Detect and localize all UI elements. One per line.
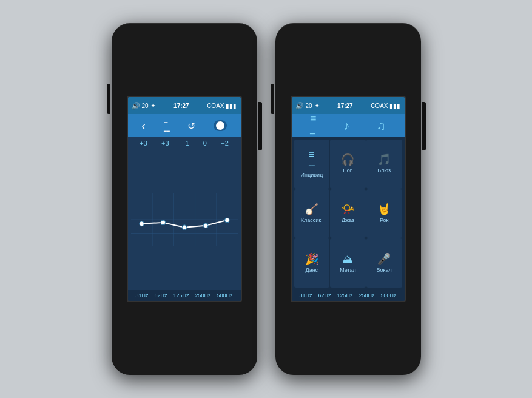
bluetooth-icon-2: ✦ <box>314 102 320 110</box>
back-button-1[interactable]: ‹ <box>141 119 146 133</box>
eq-val-2: +3 <box>161 140 169 147</box>
eq-val-3: -1 <box>183 140 189 147</box>
vocal-icon: 🎤 <box>377 254 391 265</box>
time-2: 17:27 <box>337 103 353 109</box>
svg-point-9 <box>182 225 187 230</box>
menu-item-blues[interactable]: 🎵 Блюз <box>366 140 402 189</box>
eq-val-1: +3 <box>140 140 147 147</box>
svg-point-10 <box>203 223 208 228</box>
jazz-icon: 📯 <box>341 204 354 215</box>
blues-icon: 🎵 <box>377 154 391 165</box>
bluetooth-icon-1: ✦ <box>150 102 156 110</box>
menu-item-vocal[interactable]: 🎤 Вокал <box>366 238 402 288</box>
dance-icon: 🎉 <box>305 254 318 265</box>
status-right-2: COAX ▮▮▮ <box>371 103 400 109</box>
freq2-3: 125Hz <box>337 292 352 298</box>
freq2-4: 250Hz <box>359 292 374 298</box>
status-right-1: COAX ▮▮▮ <box>207 103 237 109</box>
metal-icon: ⛰ <box>342 254 353 265</box>
svg-point-11 <box>224 218 229 223</box>
rock-icon: 🤘 <box>377 204 391 215</box>
eq-graph <box>128 149 241 290</box>
eq-values-row: +3 +3 -1 0 +2 <box>128 137 241 149</box>
menu-header-icon-1[interactable]: ≡━━ <box>310 113 317 138</box>
battery-2: ▮▮▮ <box>389 103 400 109</box>
volume-icon-2: 🔊 <box>295 102 304 110</box>
freq-2: 62Hz <box>154 292 167 298</box>
eq-svg <box>131 152 238 287</box>
time-1: 17:27 <box>173 103 189 109</box>
individual-icon: ≡━━ <box>309 150 315 169</box>
freq-5: 500Hz <box>217 292 232 298</box>
menu-item-dance[interactable]: 🎉 Данс <box>294 238 330 288</box>
svg-point-7 <box>139 221 144 226</box>
menu-item-classic[interactable]: 🪕 Классик. <box>294 189 330 238</box>
pop-icon: 🎧 <box>341 154 354 165</box>
freq-1: 31Hz <box>135 292 148 298</box>
device-1: 🔊 20 ✦ 17:27 COAX ▮▮▮ ‹ ≡━━ ↺ +3 +3 -1 0 <box>112 23 257 375</box>
metal-label: Метал <box>340 267 356 273</box>
freq2-1: 31Hz <box>299 292 312 298</box>
screen-1: 🔊 20 ✦ 17:27 COAX ▮▮▮ ‹ ≡━━ ↺ +3 +3 -1 0 <box>127 96 242 302</box>
volume-icon-1: 🔊 <box>132 102 140 110</box>
menu-header-icon-3[interactable]: ♫ <box>377 119 386 133</box>
eq-icon-1[interactable]: ≡━━ <box>164 116 170 135</box>
svg-point-8 <box>160 220 165 225</box>
jazz-label: Джаз <box>342 217 354 223</box>
freq-3: 125Hz <box>173 292 189 298</box>
freq2-5: 500Hz <box>380 292 396 298</box>
menu-header-icon-2[interactable]: ♪ <box>343 119 349 133</box>
battery-1: ▮▮▮ <box>226 103 237 109</box>
menu-item-jazz[interactable]: 📯 Джаз <box>330 189 366 238</box>
rock-label: Рок <box>380 217 389 223</box>
classic-icon: 🪕 <box>305 204 318 215</box>
individual-label: Индивид <box>300 172 323 178</box>
freq-4: 250Hz <box>195 292 210 298</box>
menu-item-pop[interactable]: 🎧 Поп <box>330 140 366 189</box>
volume-value-1: 20 <box>142 103 149 109</box>
dance-label: Данс <box>306 267 318 273</box>
menu-item-metal[interactable]: ⛰ Метал <box>330 238 366 288</box>
menu-header: ≡━━ ♪ ♫ <box>292 114 405 137</box>
vocal-label: Вокал <box>376 267 391 273</box>
output-label-1: COAX <box>207 103 224 109</box>
toggle-dot-1 <box>216 121 224 130</box>
blues-label: Блюз <box>377 167 391 174</box>
output-label-2: COAX <box>371 103 388 109</box>
menu-item-rock[interactable]: 🤘 Рок <box>366 189 402 238</box>
pop-label: Поп <box>343 167 352 174</box>
freq2-2: 62Hz <box>318 292 331 298</box>
classic-label: Классик. <box>301 217 323 223</box>
eq-val-4: 0 <box>203 140 207 147</box>
eq-freq-row-2: 31Hz 62Hz 125Hz 250Hz 500Hz <box>292 290 405 301</box>
status-bar-1: 🔊 20 ✦ 17:27 COAX ▮▮▮ <box>128 97 241 114</box>
reset-icon-1[interactable]: ↺ <box>187 120 195 132</box>
status-left-2: 🔊 20 ✦ <box>295 102 320 110</box>
volume-value-2: 20 <box>306 103 312 109</box>
eq-val-5: +2 <box>221 140 229 147</box>
status-bar-2: 🔊 20 ✦ 17:27 COAX ▮▮▮ <box>292 97 405 114</box>
menu-grid: ≡━━ Индивид 🎧 Поп 🎵 Блюз 🪕 Классик. 📯 Дж… <box>292 137 405 290</box>
toolbar-1: ‹ ≡━━ ↺ <box>128 114 241 137</box>
toggle-1[interactable] <box>214 120 227 131</box>
device-2: 🔊 20 ✦ 17:27 COAX ▮▮▮ ≡━━ ♪ ♫ ≡━━ Индиви… <box>275 23 421 375</box>
menu-item-individual[interactable]: ≡━━ Индивид <box>294 140 330 189</box>
eq-freq-row-1: 31Hz 62Hz 125Hz 250Hz 500Hz <box>128 290 241 301</box>
screen-2: 🔊 20 ✦ 17:27 COAX ▮▮▮ ≡━━ ♪ ♫ ≡━━ Индиви… <box>291 96 406 302</box>
status-left-1: 🔊 20 ✦ <box>132 102 156 110</box>
